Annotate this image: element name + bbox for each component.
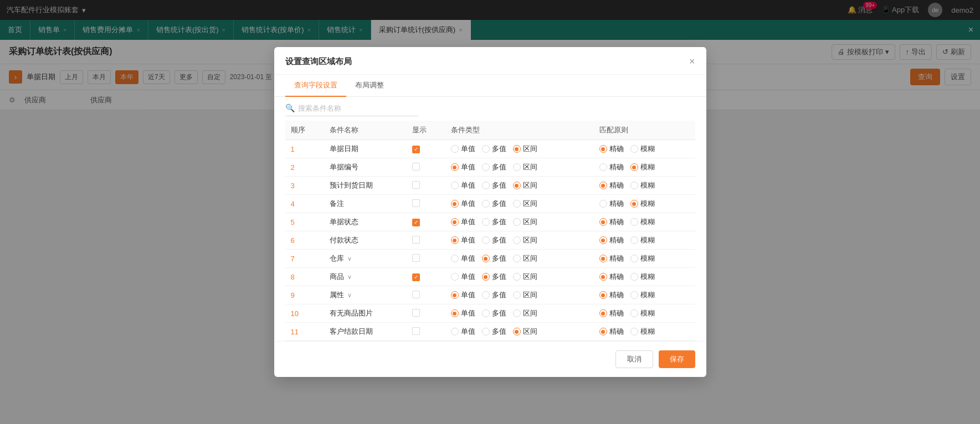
- modal-tab-layout[interactable]: 布局调整: [346, 75, 393, 97]
- search-icon: 🔍: [285, 104, 295, 110]
- search-input[interactable]: [298, 104, 418, 111]
- modal-dialog: 设置查询区域布局 × 查询字段设置 布局调整 🔍 顺序 条件名称 显示: [274, 47, 706, 110]
- modal-search-area: 🔍: [274, 97, 706, 110]
- modal-overlay: 设置查询区域布局 × 查询字段设置 布局调整 🔍 顺序 条件名称 显示: [0, 0, 980, 110]
- search-wrapper: 🔍: [285, 104, 418, 110]
- modal-close-button[interactable]: ×: [689, 56, 695, 68]
- modal-header: 设置查询区域布局 ×: [274, 47, 706, 75]
- modal-title: 设置查询区域布局: [285, 56, 352, 67]
- modal-tab-query-fields[interactable]: 查询字段设置: [285, 75, 346, 97]
- modal-tabs: 查询字段设置 布局调整: [274, 75, 706, 97]
